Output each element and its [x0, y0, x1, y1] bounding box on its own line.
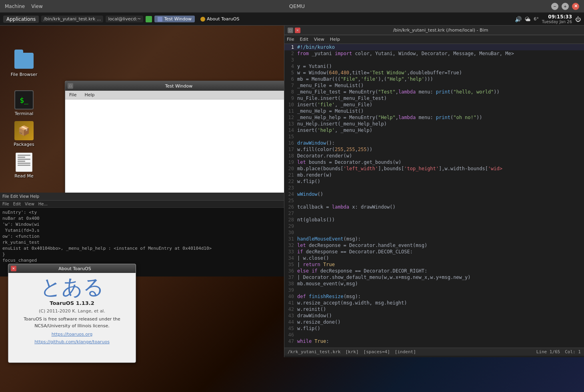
bim-status-line: Line 1/65: [536, 349, 560, 354]
line-num-10: 10: [284, 101, 297, 108]
bim-menu-edit[interactable]: Edit: [300, 37, 308, 42]
line-content-32: let decResponse = Decorator.handle_event…: [297, 242, 584, 249]
line-num-37: 37: [284, 274, 297, 281]
applications-menu-button[interactable]: Applications: [3, 16, 39, 23]
line-content-34: | w.close(): [297, 255, 584, 261]
about-link-2[interactable]: https://github.com/klange/toaruos: [34, 339, 110, 344]
taskbar-path-item1[interactable]: /bin/krk_yutani_test.krk ...: [41, 16, 103, 22]
bim-window-buttons: □ ✕: [288, 28, 300, 33]
bim-statusbar: /krk_yutani_test.krk [krk] [spaces=4] [i…: [284, 348, 584, 356]
about-link-1[interactable]: https://toaruos.org: [52, 332, 93, 337]
line-num-38: 38: [284, 281, 297, 287]
code-line-31: 31 handleMouseEvent(msg):: [284, 236, 584, 242]
line-content-7: _menu_File = MenuList(): [297, 82, 584, 89]
bim-close-button[interactable]: ✕: [295, 28, 300, 33]
test-window-menu-help[interactable]: Help: [83, 92, 96, 98]
code-line-28: 28 nt(globals()): [284, 217, 584, 223]
speaker-icon: 🔊: [515, 16, 522, 22]
terminal-menu-file[interactable]: File: [2, 202, 9, 206]
test-window-buttons: □: [68, 83, 73, 89]
terminal-menu-help[interactable]: He...: [38, 202, 48, 206]
line-num-13: 13: [284, 121, 297, 127]
line-content-47: while True:: [297, 338, 584, 344]
qemu-title: QEMU: [43, 3, 551, 9]
desktop-icon-file-browser[interactable]: File Browser: [8, 49, 40, 80]
test-window-restore-button[interactable]: □: [68, 83, 73, 89]
terminal-menu-view[interactable]: View: [25, 202, 34, 206]
desktop-icon-readme[interactable]: Read Me: [8, 150, 40, 181]
bim-menu-help[interactable]: Help: [330, 37, 340, 42]
qemu-maximize-button[interactable]: +: [562, 3, 569, 10]
line-content-36: else if decResponse == Decorator.DECOR_R…: [297, 268, 584, 274]
terminal-line-4: Yutani(fd=3,s: [2, 227, 282, 233]
code-line-10: 10 insert('file', _menu_File): [284, 101, 584, 108]
line-content-15: [297, 133, 584, 140]
code-line-20: 20 mb.place(bounds['left_width'],bounds[…: [284, 165, 584, 172]
code-line-13: 13 nu_Help.insert(_menu_Help_help): [284, 121, 584, 127]
line-num-1: 1: [284, 44, 297, 50]
code-line-1: 1 #!/bin/kuroko: [284, 44, 584, 50]
line-content-11: _menu_Help = MenuList(): [297, 108, 584, 114]
code-line-6: 6 mb = MenuBar((("File",'file'),("Help",…: [284, 76, 584, 82]
qemu-window-buttons: − + ✕: [551, 3, 579, 10]
line-content-4: y = Yutani(): [297, 63, 584, 70]
code-line-38: 38 mb.mouse_event(w,msg): [284, 281, 584, 287]
line-content-22: w.flip(): [297, 178, 584, 185]
bim-titlebar: □ ✕ /bin/krk_yutani_test.krk (/home/loca…: [284, 26, 584, 35]
line-num-41: 41: [284, 300, 297, 306]
line-content-45: w.flip(): [297, 325, 584, 332]
code-line-15: 15: [284, 133, 584, 140]
line-content-1: #!/bin/kuroko: [297, 44, 584, 50]
line-num-34: 34: [284, 255, 297, 261]
line-content-26: tcallback = lambda x: drawWindow(): [297, 204, 584, 210]
line-num-11: 11: [284, 108, 297, 114]
qemu-menu-machine[interactable]: Machine: [5, 4, 25, 9]
bim-menu-view[interactable]: View: [314, 37, 324, 42]
line-num-4: 4: [284, 63, 297, 70]
bim-status-filename: /krk_yutani_test.krk: [288, 349, 340, 354]
bim-menu-file[interactable]: File: [287, 37, 294, 42]
line-num-25: 25: [284, 197, 297, 204]
terminal-line-2: nuBar at 0x400: [2, 215, 282, 221]
test-window-menubar: File Help: [65, 91, 292, 99]
qemu-menu-view[interactable]: View: [31, 4, 42, 9]
qemu-close-button[interactable]: ✕: [572, 3, 579, 10]
line-num-46: 46: [284, 332, 297, 338]
line-content-20: mb.place(bounds['left_width'],bounds['to…: [297, 165, 584, 172]
line-content-21: mb.render(w): [297, 172, 584, 178]
code-line-19: 19 let bounds = Decorator.get_bounds(w): [284, 159, 584, 165]
qemu-minimize-button[interactable]: −: [551, 3, 558, 10]
desktop-icon-terminal[interactable]: $_ Terminal: [8, 88, 40, 119]
test-window-title: Test Window: [73, 84, 284, 89]
bim-status-indent: [indent]: [395, 349, 416, 354]
terminal-menu-edit[interactable]: Edit: [13, 202, 21, 206]
power-button[interactable]: ⏻: [575, 16, 581, 22]
about-taskbar-label: About ToaruOS: [207, 16, 239, 22]
readme-icon: [14, 153, 34, 172]
about-close-button[interactable]: ✕: [11, 266, 16, 271]
code-line-39: 39: [284, 287, 584, 293]
code-line-17: 17 w.fill(color(255,255,255)): [284, 146, 584, 153]
taskbar-path-item2[interactable]: local@livecd:~: [106, 16, 143, 22]
line-content-35: | return True: [297, 261, 584, 268]
code-line-26: 26 tcallback = lambda x: drawWindow(): [284, 204, 584, 210]
about-window: ✕ About ToaruOS とある ToaruOS 1.13.2 (C) 2…: [8, 264, 136, 363]
bim-status-spaces: [spaces=4]: [364, 349, 390, 354]
code-line-30: 30: [284, 229, 584, 236]
line-num-14: 14: [284, 127, 297, 133]
qemu-menu: Machine View: [5, 4, 43, 9]
line-content-43: drawWindow(): [297, 312, 584, 319]
code-line-36: 36 else if decResponse == Decorator.DECO…: [284, 268, 584, 274]
code-line-9: 9 nu_File.insert(_menu_File_test): [284, 95, 584, 101]
test-window-taskbar-button[interactable]: Test Window: [154, 16, 195, 22]
code-line-47: 47 while True:: [284, 338, 584, 344]
about-taskbar-button[interactable]: About ToaruOS: [197, 16, 242, 22]
line-num-30: 30: [284, 229, 297, 236]
line-num-20: 20: [284, 165, 297, 172]
line-content-31: handleMouseEvent(msg):: [297, 236, 584, 242]
bim-restore-button[interactable]: □: [288, 28, 293, 33]
test-window-menu-file[interactable]: File: [68, 92, 78, 98]
desktop-icon-packages[interactable]: 📦 Packages: [8, 119, 40, 149]
line-content-5: w = Window(640,480,title='Test Window',d…: [297, 70, 584, 76]
code-line-33: 33 if decResponse == Decorator.DECOR_CLO…: [284, 249, 584, 255]
